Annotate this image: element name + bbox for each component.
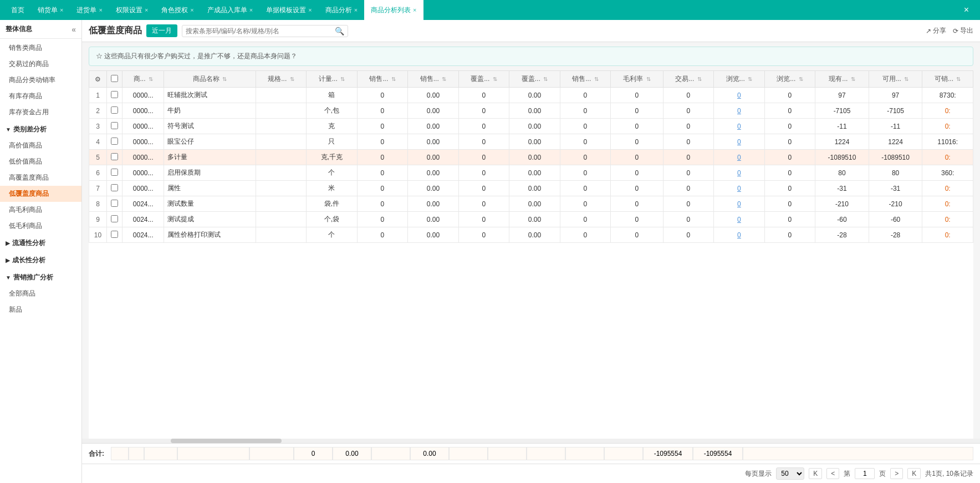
row-checkbox[interactable] <box>111 138 118 145</box>
saleable-column-header[interactable]: 可销... ⇅ <box>922 71 973 88</box>
close-icon[interactable]: × <box>308 7 312 13</box>
sidebar-item-high-margin[interactable]: 高毛利商品 <box>0 202 81 218</box>
checkbox-column-header[interactable] <box>107 71 122 88</box>
horizontal-scrollbar[interactable] <box>82 439 980 443</box>
sidebar-item-low-margin[interactable]: 低毛利商品 <box>0 218 81 234</box>
sidebar-item-traded-goods[interactable]: 交易过的商品 <box>0 56 81 72</box>
row-checkbox[interactable] <box>111 122 118 129</box>
table-row: 2 0000... 牛奶 个,包 0 0.00 0 0.00 0 0 0 0 0… <box>89 103 973 119</box>
sales-qty-column-header[interactable]: 销售... ⇅ <box>357 71 408 88</box>
view-link[interactable]: 0 <box>737 216 741 223</box>
sales3-column-header[interactable]: 销售... ⇅ <box>560 71 611 88</box>
row-view1[interactable]: 0 <box>714 134 765 150</box>
view1-column-header[interactable]: 浏览... ⇅ <box>714 71 765 88</box>
sidebar-item-low-coverage[interactable]: 低覆盖度商品 <box>0 186 81 202</box>
close-icon[interactable]: × <box>145 7 148 13</box>
search-input[interactable] <box>186 27 335 35</box>
sidebar-group-title-category[interactable]: ▼ 类别差分析 <box>0 121 81 138</box>
sidebar-group-title-marketing[interactable]: ▼ 营销推广分析 <box>0 270 81 286</box>
row-checkbox[interactable] <box>111 231 118 238</box>
close-icon[interactable]: × <box>249 7 253 13</box>
sidebar-item-stocked-goods[interactable]: 有库存商品 <box>0 88 81 104</box>
current-column-header[interactable]: 现有... ⇅ <box>815 71 869 88</box>
sales-amt-column-header[interactable]: 销售... ⇅ <box>408 71 459 88</box>
spec-column-header[interactable]: 规格... ⇅ <box>256 71 307 88</box>
per-page-select[interactable]: 50 20 100 200 <box>776 467 804 480</box>
id-column-header[interactable]: 商... ⇅ <box>122 71 164 88</box>
nav-permission[interactable]: 权限设置 × <box>109 0 155 20</box>
view-link[interactable]: 0 <box>737 107 741 115</box>
close-icon[interactable]: × <box>413 7 416 13</box>
row-checkbox[interactable] <box>111 200 118 207</box>
first-page-button[interactable]: K <box>809 468 822 479</box>
row-checkbox[interactable] <box>111 91 118 98</box>
view-link[interactable]: 0 <box>737 231 741 239</box>
row-checkbox[interactable] <box>111 184 118 191</box>
sidebar-group-title-growth[interactable]: ▶ 成长性分析 <box>0 252 81 268</box>
view2-column-header[interactable]: 浏览... ⇅ <box>764 71 815 88</box>
row-view1[interactable]: 0 <box>714 119 765 134</box>
share-button[interactable]: ↗ 分享 <box>926 26 946 35</box>
sidebar-item-high-value[interactable]: 高价值商品 <box>0 138 81 154</box>
last-page-button[interactable]: K <box>907 468 921 479</box>
sidebar-item-sales-goods[interactable]: 销售类商品 <box>0 40 81 56</box>
gross-column-header[interactable]: 毛利率 ⇅ <box>611 71 663 88</box>
total-sales-amt: 0.00 <box>333 447 371 460</box>
page-number-input[interactable] <box>855 468 875 479</box>
view-link[interactable]: 0 <box>737 154 741 161</box>
row-view1[interactable]: 0 <box>714 103 765 119</box>
close-icon[interactable]: × <box>190 7 193 13</box>
view-link[interactable]: 0 <box>737 169 741 177</box>
row-view1[interactable]: 0 <box>714 212 765 227</box>
nav-sales-order[interactable]: 销货单 × <box>31 0 70 20</box>
close-icon[interactable]: × <box>99 7 102 13</box>
nav-product-inbound[interactable]: 产成品入库单 × <box>201 0 259 20</box>
cover1-column-header[interactable]: 覆盖... ⇅ <box>458 71 509 88</box>
row-view1[interactable]: 0 <box>714 196 765 212</box>
sidebar-item-low-value[interactable]: 低价值商品 <box>0 154 81 170</box>
trade-column-header[interactable]: 交易... ⇅ <box>663 71 714 88</box>
nav-product-analysis[interactable]: 商品分析 × <box>319 0 364 20</box>
sidebar-item-new-goods[interactable]: 新品 <box>0 302 81 318</box>
nav-home[interactable]: 首页 <box>4 0 31 20</box>
row-checkbox[interactable] <box>111 215 118 222</box>
filter-recent-month-button[interactable]: 近一月 <box>146 24 177 37</box>
sidebar-item-all-goods[interactable]: 全部商品 <box>0 286 81 302</box>
prev-page-button[interactable]: < <box>826 468 839 479</box>
cover2-column-header[interactable]: 覆盖... ⇅ <box>509 71 560 88</box>
row-checkbox[interactable] <box>111 153 118 160</box>
row-view1[interactable]: 0 <box>714 88 765 103</box>
sidebar-item-category-rate[interactable]: 商品分类动销率 <box>0 72 81 88</box>
available-column-header[interactable]: 可用... ⇅ <box>869 71 922 88</box>
sidebar-group-title-flow[interactable]: ▶ 流通性分析 <box>0 235 81 251</box>
scrollbar-thumb[interactable] <box>171 439 282 443</box>
nav-product-analysis-list[interactable]: 商品分析列表 × <box>364 0 423 20</box>
name-column-header[interactable]: 商品名称 ⇅ <box>164 71 256 88</box>
unit-column-header[interactable]: 计量... ⇅ <box>307 71 358 88</box>
sidebar-collapse-button[interactable]: « <box>72 25 76 34</box>
data-table-container[interactable]: ⚙ 商... ⇅ 商品名称 ⇅ 规格... ⇅ 计量... ⇅ 销售... ⇅ … <box>89 70 973 439</box>
sidebar-item-inventory-capital[interactable]: 库存资金占用 <box>0 104 81 120</box>
sidebar-item-high-coverage[interactable]: 高覆盖度商品 <box>0 170 81 186</box>
close-icon[interactable]: × <box>60 7 63 13</box>
view-link[interactable]: 0 <box>737 123 741 130</box>
next-page-button[interactable]: > <box>890 468 903 479</box>
row-checkbox[interactable] <box>111 106 118 114</box>
nav-template-settings[interactable]: 单据模板设置 × <box>259 0 318 20</box>
row-view1[interactable]: 0 <box>714 165 765 181</box>
row-view1[interactable]: 0 <box>714 150 765 165</box>
view-link[interactable]: 0 <box>737 200 741 208</box>
view-link[interactable]: 0 <box>737 185 741 192</box>
export-button[interactable]: ⟳ 导出 <box>953 26 973 35</box>
view-link[interactable]: 0 <box>737 138 741 146</box>
close-icon[interactable]: × <box>354 7 358 13</box>
view-link[interactable]: 0 <box>737 91 741 99</box>
row-checkbox[interactable] <box>111 169 118 176</box>
nav-role-auth[interactable]: 角色授权 × <box>155 0 200 20</box>
row-view1[interactable]: 0 <box>714 227 765 243</box>
row-view1[interactable]: 0 <box>714 181 765 196</box>
nav-purchase-order[interactable]: 进货单 × <box>70 0 109 20</box>
select-all-checkbox[interactable] <box>111 75 118 82</box>
window-close-button[interactable]: × <box>957 5 976 15</box>
settings-column-header[interactable]: ⚙ <box>89 71 107 88</box>
